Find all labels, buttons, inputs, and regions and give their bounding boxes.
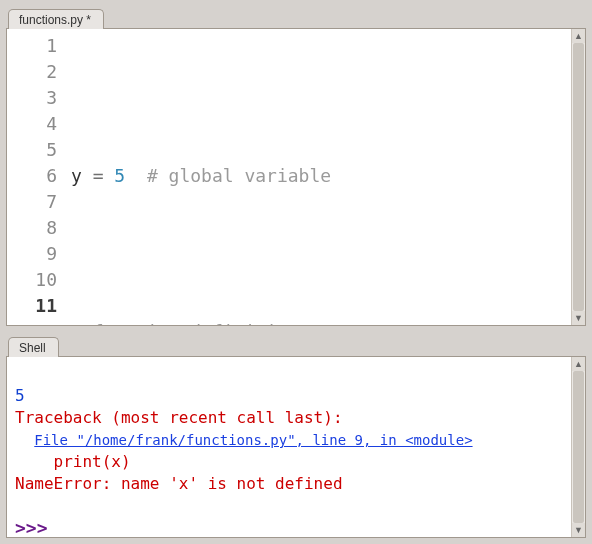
line-number: 10 bbox=[7, 267, 57, 293]
scroll-up-icon[interactable]: ▲ bbox=[572, 29, 585, 43]
shell-error: NameError: name 'x' is not defined bbox=[15, 473, 567, 495]
scroll-track[interactable] bbox=[572, 371, 585, 523]
shell-prompt: >>> bbox=[15, 517, 58, 537]
code-area[interactable]: y = 5 # global variable # function defin… bbox=[65, 29, 571, 325]
editor-tabbar: functions.py * bbox=[6, 4, 586, 28]
code-line: y = 5 # global variable bbox=[71, 163, 571, 189]
shell-scrollbar[interactable]: ▲ ▼ bbox=[571, 357, 585, 537]
editor-scrollbar[interactable]: ▲ ▼ bbox=[571, 29, 585, 325]
editor-content: 1 2 3 4 5 6 7 8 9 10 11 y = 5 # global v… bbox=[6, 28, 586, 326]
line-number: 8 bbox=[7, 215, 57, 241]
line-number: 1 bbox=[7, 33, 57, 59]
scroll-down-icon[interactable]: ▼ bbox=[572, 523, 585, 537]
shell-traceback-header: Traceback (most recent call last): bbox=[15, 407, 567, 429]
editor-pane: functions.py * 1 2 3 4 5 6 7 8 9 10 11 y… bbox=[6, 4, 586, 326]
line-number: 5 bbox=[7, 137, 57, 163]
scroll-track[interactable] bbox=[572, 43, 585, 311]
scroll-up-icon[interactable]: ▲ bbox=[572, 357, 585, 371]
line-number: 9 bbox=[7, 241, 57, 267]
shell-content: 5Traceback (most recent call last): File… bbox=[6, 356, 586, 538]
code-line bbox=[71, 241, 571, 267]
line-number: 6 bbox=[7, 163, 57, 189]
shell-output[interactable]: 5Traceback (most recent call last): File… bbox=[7, 357, 571, 537]
scroll-thumb[interactable] bbox=[573, 371, 584, 523]
line-number: 4 bbox=[7, 111, 57, 137]
shell-tabbar: Shell bbox=[6, 332, 586, 356]
traceback-link[interactable]: File "/home/frank/functions.py", line 9,… bbox=[34, 432, 472, 448]
line-gutter: 1 2 3 4 5 6 7 8 9 10 11 bbox=[7, 29, 65, 325]
code-line: # function definition bbox=[71, 319, 571, 325]
line-number: 7 bbox=[7, 189, 57, 215]
line-number: 2 bbox=[7, 59, 57, 85]
shell-traceback-file: File "/home/frank/functions.py", line 9,… bbox=[15, 429, 567, 451]
shell-stdout: 5 bbox=[15, 385, 567, 407]
code-editor[interactable]: 1 2 3 4 5 6 7 8 9 10 11 y = 5 # global v… bbox=[7, 29, 571, 325]
scroll-thumb[interactable] bbox=[573, 43, 584, 311]
shell-tab[interactable]: Shell bbox=[8, 337, 59, 357]
shell-traceback-code: print(x) bbox=[15, 451, 567, 473]
editor-tab[interactable]: functions.py * bbox=[8, 9, 104, 29]
scroll-down-icon[interactable]: ▼ bbox=[572, 311, 585, 325]
shell-pane: Shell 5Traceback (most recent call last)… bbox=[6, 332, 586, 538]
line-number: 3 bbox=[7, 85, 57, 111]
code-line bbox=[71, 85, 571, 111]
line-number-current: 11 bbox=[7, 293, 57, 319]
